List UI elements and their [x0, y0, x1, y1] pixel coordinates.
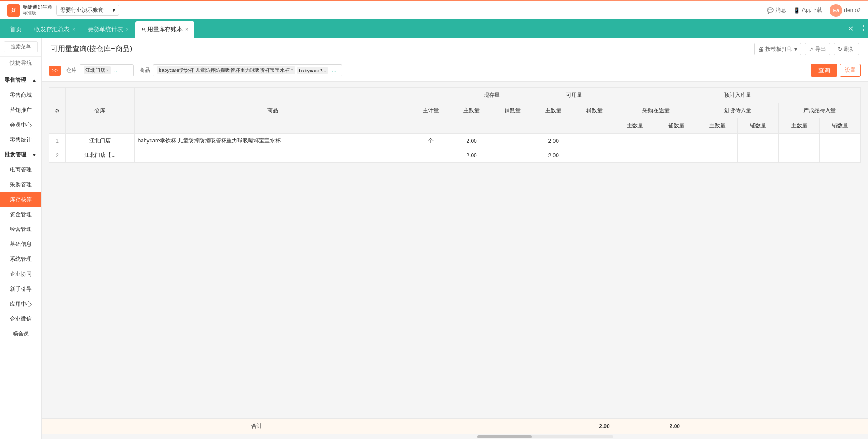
data-table: ⚙ 仓库 商品 主计量 现存量 [49, 87, 861, 163]
quick-nav-btn[interactable]: 快捷导航 [0, 57, 41, 70]
scrollbar-thumb[interactable] [477, 435, 532, 438]
sidebar-item-marketing[interactable]: 营销推广 [0, 103, 41, 118]
summary-bar: 合计 2.00 2.00 [42, 418, 868, 434]
summary-avail-main: 2.00 [662, 423, 687, 430]
sidebar-item-operations[interactable]: 经营管理 [0, 222, 41, 237]
scrollbar-area [42, 434, 868, 439]
sidebar-item-basics[interactable]: 基础信息 [0, 237, 41, 252]
tab-receipts-close[interactable]: × [72, 27, 75, 32]
col-product-header: 商品 [135, 88, 410, 134]
table-area: ⚙ 仓库 商品 主计量 现存量 [42, 82, 868, 418]
warehouse-tag: 江北门店 × [84, 66, 111, 74]
sidebar-item-purchase[interactable]: 采购管理 [0, 177, 41, 192]
warehouse-more-btn[interactable]: ... [113, 67, 121, 74]
industry-label: 母婴行业演示账套 [60, 6, 104, 14]
sidebar-item-finance[interactable]: 资金管理 [0, 207, 41, 222]
sidebar-item-retail-shop[interactable]: 零售商城 [0, 88, 41, 103]
sidebar-item-retail-header[interactable]: 零售管理 ▲ [0, 73, 41, 88]
product-tag-1: babycare学饮杯 儿童防摔防撞吸管杯重力球吸嘴杯宝宝水杯 × [157, 66, 295, 74]
sidebar-newbie-label: 新手引导 [10, 285, 32, 293]
sidebar-retail-label: 零售管理 [5, 76, 26, 84]
tab-home-label: 首页 [10, 25, 22, 33]
warehouse-filter-label: 仓库 [66, 66, 77, 74]
product-more-btn[interactable]: ... [330, 67, 338, 74]
query-btn[interactable]: 查询 [811, 64, 837, 77]
page-title: 可用量查询(按仓库+商品) [51, 44, 132, 54]
sidebar-marketing-label: 营销推广 [10, 106, 32, 114]
sidebar-retail-stats-label: 零售统计 [10, 136, 32, 144]
chevron-up-icon: ▲ [32, 78, 37, 83]
sidebar-item-ecommerce[interactable]: 电商管理 [0, 162, 41, 177]
tab-home[interactable]: 首页 [4, 21, 28, 38]
settings-icon: ⚙ [55, 108, 60, 114]
logo-icon: 好 [7, 4, 20, 17]
col-settings-header[interactable]: ⚙ [49, 88, 66, 134]
sidebar-inventory-label: 库存核算 [10, 196, 32, 203]
sidebar-item-inventory[interactable]: 库存核算 [0, 192, 41, 207]
col-mfg-aux-header: 辅数量 [820, 118, 861, 134]
sidebar-item-wholesale-header[interactable]: 批发管理 ▼ [0, 147, 41, 162]
tab-inventory-close[interactable]: × [185, 27, 188, 32]
app-download-btn[interactable]: 📱 App下载 [793, 6, 822, 14]
col-purchase-group-header: 采购在途量 [615, 103, 697, 118]
download-label: App下载 [802, 6, 822, 14]
refresh-icon: ↻ [838, 46, 842, 52]
expand-filter-btn[interactable]: >> [49, 66, 61, 76]
refresh-btn[interactable]: ↻ 刷新 [834, 43, 859, 55]
product-tag-1-close[interactable]: × [291, 68, 293, 73]
col-purchase-aux-header: 辅数量 [656, 118, 697, 134]
product-filter-label: 商品 [139, 66, 150, 74]
sidebar-item-enterprise[interactable]: 企业协同 [0, 267, 41, 282]
industry-selector[interactable]: 母婴行业演示账套 ▾ [56, 5, 119, 16]
warehouse-filter-input[interactable]: 江北门店 × ... [80, 64, 134, 76]
sidebar-wholesale-label: 批发管理 [5, 151, 26, 159]
avatar: Ea [830, 4, 842, 17]
export-icon: ↗ [809, 46, 813, 52]
tab-orders-close[interactable]: × [126, 27, 128, 32]
col-avail-main-sub [533, 118, 574, 134]
sidebar-item-enterprise-wechat[interactable]: 企业微信 [0, 312, 41, 326]
warehouse-tag-close[interactable]: × [106, 68, 109, 73]
tab-orders[interactable]: 要货单统计表 × [81, 21, 135, 38]
tab-close-all-icon[interactable]: ✕ [848, 24, 854, 33]
sidebar-enterprise-label: 企业协同 [10, 270, 32, 278]
settings-btn[interactable]: 设置 [840, 64, 861, 77]
col-planned-header: 预计入库量 [615, 88, 860, 103]
sidebar-item-newbie[interactable]: 新手引导 [0, 282, 41, 297]
col-purchase-main-header: 主数量 [615, 118, 656, 134]
col-stock-header: 现存量 [451, 88, 533, 103]
product-tag-2: babycare?... [297, 67, 328, 74]
summary-total-label: 合计 [244, 422, 269, 430]
export-btn[interactable]: ↗ 导出 [805, 43, 830, 55]
col-avail-main-header: 主数量 [533, 103, 574, 118]
product-filter-input[interactable]: babycare学饮杯 儿童防摔防撞吸管杯重力球吸嘴杯宝宝水杯 × babyca… [153, 64, 342, 76]
col-avail-aux-header: 辅数量 [574, 103, 615, 118]
user-area[interactable]: Ea demo2 [830, 4, 861, 17]
chevron-down-icon3: ▾ [794, 46, 797, 52]
search-menu-btn[interactable]: 搜索菜单 [4, 41, 38, 52]
sidebar-item-system[interactable]: 系统管理 [0, 252, 41, 267]
logo-subtext: 标准版 [23, 10, 52, 16]
sidebar-item-app-center[interactable]: 应用中心 [0, 297, 41, 312]
tab-expand-icon[interactable]: ⛶ [857, 24, 864, 33]
sidebar-finance-label: 资金管理 [10, 211, 32, 218]
scrollbar-track[interactable] [477, 435, 613, 438]
tab-inventory[interactable]: 可用量库存账本 × [135, 21, 194, 38]
sidebar-member-label: 会员中心 [10, 121, 32, 129]
message-label: 消息 [775, 6, 786, 14]
sidebar-item-member[interactable]: 会员中心 [0, 118, 41, 132]
tab-inventory-label: 可用量库存账本 [142, 25, 183, 33]
summary-stock-main: 2.00 [592, 423, 617, 430]
message-btn[interactable]: 💬 消息 [767, 6, 786, 14]
print-icon: 🖨 [758, 46, 764, 52]
print-template-btn[interactable]: 🖨 按模板打印 ▾ [754, 43, 801, 55]
sidebar-item-vip[interactable]: 畅会员 [0, 326, 41, 341]
sidebar-item-retail-stats[interactable]: 零售统计 [0, 132, 41, 147]
top-bar-right: 💬 消息 📱 App下载 Ea demo2 [767, 4, 861, 17]
col-mfg-group-header: 产成品待入量 [778, 103, 860, 118]
table-row: 1江北门店babycare学饮杯 儿童防摔防撞吸管杯重力球吸嘴杯宝宝水杯个2.0… [49, 134, 861, 148]
tab-orders-label: 要货单统计表 [88, 25, 123, 33]
product-filter-group: 商品 babycare学饮杯 儿童防摔防撞吸管杯重力球吸嘴杯宝宝水杯 × bab… [139, 64, 342, 76]
tab-receipts[interactable]: 收发存汇总表 × [28, 21, 81, 38]
sidebar-app-center-label: 应用中心 [10, 300, 32, 308]
